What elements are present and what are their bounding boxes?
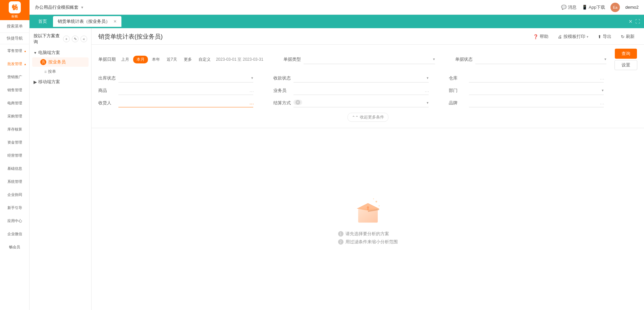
- filter-brand: 品牌 …: [449, 98, 604, 107]
- sidebar-item-retail[interactable]: 零售管理: [0, 44, 29, 57]
- sidebar-item-system[interactable]: 系统管理: [0, 175, 29, 188]
- order-type-select[interactable]: ▾: [304, 55, 435, 64]
- receiver-select[interactable]: …: [118, 98, 253, 107]
- tip-2-text: 用过滤条件来缩小分析范围: [345, 239, 398, 245]
- sidebar-item-inventory[interactable]: 库存核算: [0, 123, 29, 136]
- sidebar-quick-nav[interactable]: 快捷导航: [0, 33, 29, 44]
- sidebar-item-purchase[interactable]: 采购管理: [0, 110, 29, 123]
- sidebar-item-enterprise-wechat[interactable]: 企业微信: [0, 227, 29, 241]
- date-btn-last-7-days[interactable]: 近7天: [164, 56, 180, 63]
- scheme-sub-icon: ≡: [44, 69, 47, 74]
- sidebar-item-finance[interactable]: 资金管理: [0, 136, 29, 149]
- help-btn[interactable]: ❓ 帮助: [530, 32, 551, 41]
- refresh-btn[interactable]: ↻ 刷新: [618, 32, 637, 41]
- product-value: [118, 87, 248, 94]
- logo-icon: 畅: [9, 1, 21, 13]
- date-btn-more[interactable]: 更多: [181, 56, 195, 63]
- sidebar-item-basic-info[interactable]: 基础信息: [0, 162, 29, 175]
- top-header-left: 办公用品行业模拟账套 ▾: [35, 4, 83, 10]
- collapse-conditions-btn[interactable]: ⌃⌃ 收起更多条件: [347, 113, 388, 122]
- left-panel-edit-btn[interactable]: ✎: [72, 36, 78, 42]
- sidebar-item-newbie[interactable]: 新手引导: [0, 201, 29, 214]
- empty-state: 1 请先选择要分析的方案 2 用过滤条件来缩小分析范围: [338, 193, 398, 245]
- left-panel-collapse-btn[interactable]: «: [80, 36, 87, 42]
- scheme-sub-item-by-order-label: 按单: [48, 69, 56, 74]
- filter-department: 部门 ▾: [449, 86, 604, 95]
- scheme-group-pc-header[interactable]: ▼ 电脑端方案: [32, 48, 89, 57]
- page-header: 销货单统计表(按业务员) ❓ 帮助 🖨 按模板打印 ▾ ⬆ 导出: [92, 28, 644, 45]
- sidebar-item-sales[interactable]: 销售管理: [0, 84, 29, 97]
- date-btn-last-month[interactable]: 上月: [118, 56, 132, 63]
- message-btn[interactable]: 💬 消息: [561, 4, 577, 10]
- date-btn-custom[interactable]: 自定义: [196, 56, 213, 63]
- date-label: 单据日期: [98, 56, 118, 62]
- order-status-select[interactable]: ▾: [475, 55, 606, 64]
- query-button[interactable]: 查询: [615, 49, 637, 59]
- filter-order-status: 单据状态 ▾: [455, 55, 606, 64]
- filter-row-2: 出库状态 ▾ 收款状态 ▾: [98, 73, 637, 83]
- page-actions: ❓ 帮助 🖨 按模板打印 ▾ ⬆ 导出 ↻ 刷新: [530, 32, 637, 41]
- department-select[interactable]: ▾: [469, 86, 604, 95]
- sidebar-item-wholesale[interactable]: 批发管理: [0, 57, 29, 70]
- tab-maximize-btn[interactable]: ⛶: [635, 19, 640, 24]
- brand-select[interactable]: …: [469, 98, 604, 107]
- filter-product: 商品 …: [98, 86, 253, 95]
- tab-home[interactable]: 首页: [34, 16, 52, 27]
- salesperson-select[interactable]: …: [293, 86, 428, 95]
- salesperson-more-icon[interactable]: …: [425, 88, 429, 93]
- scheme-sub-item-by-order[interactable]: ≡ 按单: [32, 67, 89, 76]
- sidebar-item-app-center[interactable]: 应用中心: [0, 214, 29, 227]
- sidebar-item-enterprise[interactable]: 企业协同: [0, 188, 29, 201]
- sidebar-logo[interactable]: 畅 标账: [0, 0, 30, 20]
- tab-close-window-btn[interactable]: ✕: [629, 19, 633, 24]
- settlement-tag: ✕: [293, 100, 302, 105]
- user-avatar[interactable]: Ea: [610, 3, 620, 12]
- filter-out-status: 出库状态 ▾: [98, 73, 253, 83]
- scheme-group-mobile-header[interactable]: ▶ 移动端方案: [32, 78, 89, 86]
- template-print-dropdown-icon: ▾: [587, 35, 588, 39]
- settlement-tag-remove-icon[interactable]: ✕: [296, 100, 300, 105]
- message-label: 消息: [568, 4, 577, 10]
- app-dropdown-icon[interactable]: ▾: [81, 5, 83, 10]
- app-download-btn[interactable]: 📱 App下载: [582, 4, 605, 10]
- left-panel-add-btn[interactable]: +: [63, 36, 70, 42]
- out-status-dropdown-icon: ▾: [251, 76, 253, 80]
- app-name: 办公用品行业模拟账套: [35, 4, 78, 10]
- tab-bar: 首页 销货单统计表（按业务员） ✕ ✕ ⛶: [30, 15, 644, 28]
- settings-button[interactable]: 设置: [614, 60, 637, 70]
- sidebar-item-member[interactable]: 畅会员: [0, 241, 29, 254]
- sidebar-item-marketing[interactable]: 营销推广: [0, 70, 29, 84]
- receipt-status-select[interactable]: ▾: [293, 73, 428, 83]
- brand-more-icon[interactable]: …: [600, 100, 604, 105]
- collapse-icon: ⌃⌃: [352, 115, 359, 120]
- export-btn[interactable]: ⬆ 导出: [595, 32, 614, 41]
- receiver-more-icon[interactable]: …: [249, 100, 253, 105]
- product-more-icon[interactable]: …: [249, 88, 253, 93]
- template-print-btn[interactable]: 🖨 按模板打印 ▾: [555, 32, 591, 41]
- left-panel-header: 按以下方案查询 + ✎ «: [30, 32, 91, 46]
- receipt-status-label: 收款状态: [273, 75, 293, 81]
- brand-value: [469, 99, 598, 106]
- tab-close-icon[interactable]: ✕: [113, 19, 117, 24]
- sidebar-item-operations[interactable]: 经营管理: [0, 149, 29, 162]
- tab-bar-controls: ✕ ⛶: [629, 19, 640, 24]
- tab-sales-stat[interactable]: 销货单统计表（按业务员） ✕: [53, 16, 121, 27]
- warehouse-select[interactable]: …: [469, 73, 604, 83]
- warehouse-more-icon[interactable]: …: [600, 75, 604, 81]
- date-btn-this-month[interactable]: 本月: [133, 56, 148, 63]
- mobile-group-arrow-icon: ▶: [34, 80, 37, 85]
- refresh-label: 刷新: [626, 34, 635, 40]
- product-select[interactable]: …: [118, 86, 253, 95]
- left-panel: 按以下方案查询 + ✎ « ▼ 电脑端方案 员 按业务员 ≡ 按单: [30, 28, 92, 310]
- date-btn-this-year[interactable]: 本年: [149, 56, 163, 63]
- receiver-value: [118, 99, 248, 106]
- sidebar-item-ecommerce[interactable]: 电商管理: [0, 97, 29, 110]
- order-type-value: [304, 56, 431, 63]
- filter-settlement: 结算方式 ✕ ▾: [273, 98, 428, 107]
- out-status-select[interactable]: ▾: [118, 73, 253, 83]
- top-header-right: 💬 消息 📱 App下载 Ea demo2: [561, 3, 639, 12]
- settlement-select[interactable]: ✕ ▾: [293, 98, 428, 107]
- help-label: 帮助: [540, 34, 548, 40]
- sidebar-search[interactable]: 搜索菜单: [0, 20, 29, 33]
- scheme-item-by-salesperson[interactable]: 员 按业务员: [32, 57, 89, 67]
